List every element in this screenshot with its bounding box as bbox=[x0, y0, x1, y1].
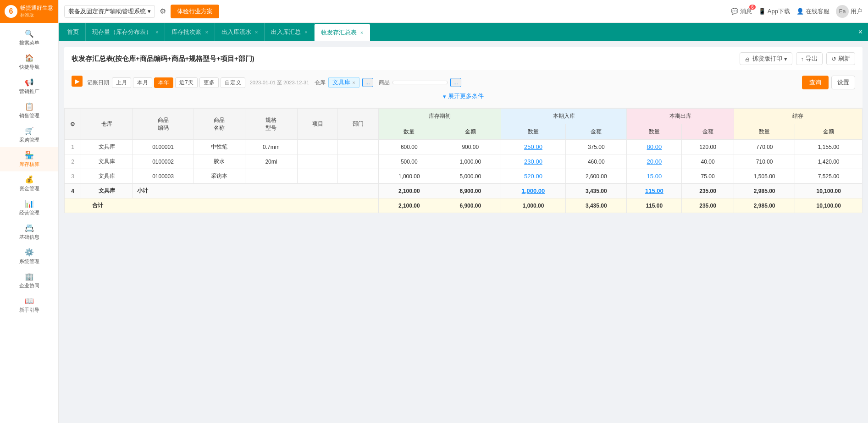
date-btn-this-year[interactable]: 本年 bbox=[154, 77, 173, 88]
sidebar-item-system[interactable]: ⚙️ 系统管理 bbox=[0, 244, 58, 269]
table-row: 2 文具库 0100002 胶水 20ml 500.00 1,000.00 23… bbox=[65, 154, 862, 169]
query-button[interactable]: 查询 bbox=[802, 76, 829, 89]
row-open-amount: 900.00 bbox=[440, 140, 501, 154]
operations-icon: 📊 bbox=[25, 199, 34, 208]
sidebar-item-sales[interactable]: 📋 销售管理 bbox=[0, 99, 58, 123]
row-out-amount: 120.00 bbox=[682, 140, 734, 154]
row-dept bbox=[338, 169, 379, 184]
tab-inout-summary[interactable]: 出入库汇总 × bbox=[265, 23, 314, 41]
date-btn-last-month[interactable]: 上月 bbox=[112, 77, 131, 88]
date-btn-more[interactable]: 更多 bbox=[199, 77, 219, 88]
filter-bar: ▶ 记账日期 上月 本月 本年 近7天 更多 bbox=[64, 71, 862, 108]
row-out-qty[interactable]: 15.00 bbox=[627, 169, 682, 184]
th-in-qty: 数量 bbox=[501, 124, 565, 140]
page-title: 收发存汇总表(按仓库+商品编码+商品+规格型号+项目+部门) bbox=[72, 55, 254, 63]
tab-inout-summary-close[interactable]: × bbox=[304, 29, 307, 35]
message-badge: 6 bbox=[749, 5, 756, 10]
sidebar-item-quicknav[interactable]: 🏠 快捷导航 bbox=[0, 50, 58, 74]
row-open-qty: 600.00 bbox=[379, 140, 440, 154]
app-download-action[interactable]: 📱 App下载 bbox=[758, 7, 790, 16]
row-goods-spec: 0.7mm bbox=[245, 140, 298, 154]
row-in-qty[interactable]: 250.00 bbox=[501, 140, 565, 154]
tab-home[interactable]: 首页 bbox=[61, 23, 86, 41]
filter-toggle-button[interactable]: ▶ bbox=[72, 76, 83, 87]
system-title: 装备及固定资产辅助管理系统 bbox=[68, 7, 146, 16]
sub-out-qty[interactable]: 115.00 bbox=[627, 184, 682, 198]
th-settings[interactable]: ⚙ bbox=[65, 109, 81, 140]
row-out-qty[interactable]: 20.00 bbox=[627, 154, 682, 169]
trial-button[interactable]: 体验行业方案 bbox=[171, 5, 219, 18]
sidebar-item-enterprise-label: 企业协同 bbox=[19, 282, 39, 289]
sidebar-item-guide[interactable]: 📖 新手引导 bbox=[0, 293, 58, 317]
setting-button[interactable]: 设置 bbox=[831, 76, 855, 89]
goods-input[interactable] bbox=[393, 81, 448, 84]
home-icon: 🏠 bbox=[25, 54, 34, 62]
goods-more-button[interactable]: ... bbox=[450, 78, 461, 87]
expand-more[interactable]: ▾ 展开更多条件 bbox=[443, 92, 484, 100]
sidebar-item-purchase[interactable]: 🛒 采购管理 bbox=[0, 123, 58, 147]
row-in-qty[interactable]: 230.00 bbox=[501, 154, 565, 169]
warehouse-tag-close[interactable]: × bbox=[352, 80, 355, 85]
th-in-group: 本期入库 bbox=[501, 109, 627, 124]
row-end-amount: 1,155.00 bbox=[795, 140, 862, 154]
sidebar-item-enterprise[interactable]: 🏢 企业协同 bbox=[0, 269, 58, 293]
total-label: 合计 bbox=[65, 198, 379, 213]
print-button[interactable]: 🖨 拣货版打印 ▾ bbox=[740, 52, 792, 65]
tab-inout-flow-close[interactable]: × bbox=[255, 29, 258, 35]
tab-batch-close[interactable]: × bbox=[205, 29, 208, 35]
sidebar-item-purchase-label: 采购管理 bbox=[19, 137, 39, 143]
th-project: 项目 bbox=[297, 109, 338, 140]
print-dropdown-icon: ▾ bbox=[784, 55, 787, 62]
sidebar-item-marketing[interactable]: 📢 营销推广 bbox=[0, 74, 58, 99]
online-service-action[interactable]: 👤 在线客服 bbox=[796, 7, 829, 16]
total-out-amount: 235.00 bbox=[682, 198, 734, 213]
date-btn-this-month[interactable]: 本月 bbox=[133, 77, 152, 88]
row-out-qty[interactable]: 80.00 bbox=[627, 140, 682, 154]
refresh-button[interactable]: ↺ 刷新 bbox=[826, 52, 855, 65]
purchase-icon: 🛒 bbox=[25, 126, 34, 135]
tab-inout-flow[interactable]: 出入库流水 × bbox=[215, 23, 265, 41]
tab-inventory-dist-close[interactable]: × bbox=[155, 29, 158, 35]
warehouse-tag: 文具库 × bbox=[328, 77, 359, 88]
tab-home-label: 首页 bbox=[67, 28, 79, 36]
basic-icon: 📇 bbox=[25, 224, 34, 232]
sub-warehouse: 文具库 bbox=[81, 184, 133, 198]
date-btn-7days[interactable]: 近7天 bbox=[175, 77, 198, 88]
tab-recv-send-summary-close[interactable]: × bbox=[360, 30, 363, 35]
sidebar-item-finance[interactable]: 💰 资金管理 bbox=[0, 171, 58, 196]
close-all-tabs[interactable]: × bbox=[855, 28, 866, 36]
row-num: 2 bbox=[65, 154, 81, 169]
row-project bbox=[297, 154, 338, 169]
message-icon: 💬 bbox=[731, 8, 738, 15]
sidebar-item-search[interactable]: 🔍 搜索菜单 bbox=[0, 26, 58, 50]
logo-icon: 6 bbox=[5, 5, 17, 18]
row-in-qty[interactable]: 520.00 bbox=[501, 169, 565, 184]
th-open-amount: 金额 bbox=[440, 124, 501, 140]
sub-in-qty[interactable]: 1,000.00 bbox=[501, 184, 565, 198]
sidebar-item-basic[interactable]: 📇 基础信息 bbox=[0, 220, 58, 244]
tab-recv-send-summary[interactable]: 收发存汇总表 × bbox=[315, 24, 370, 41]
user-menu[interactable]: Ea 用户 bbox=[836, 5, 862, 18]
date-btn-custom[interactable]: 自定义 bbox=[221, 77, 245, 88]
expand-icon: ▾ bbox=[443, 93, 446, 100]
row-end-qty: 1,505.00 bbox=[734, 169, 795, 184]
user-label: 用户 bbox=[851, 7, 862, 16]
service-icon: 👤 bbox=[796, 8, 804, 15]
logo-sub: 标准版 bbox=[20, 12, 53, 18]
settings-icon[interactable]: ⚙ bbox=[160, 7, 166, 16]
data-table: ⚙ 仓库 商品编码 商品名称 规格型号 项目 部门 库存期初 本期入库 本期出库… bbox=[64, 108, 862, 213]
system-select[interactable]: 装备及固定资产辅助管理系统 ▾ bbox=[64, 5, 155, 18]
logo-text: 畅捷通好生意 bbox=[20, 5, 53, 12]
sidebar-item-operations[interactable]: 📊 经营管理 bbox=[0, 196, 58, 220]
th-in-amount: 金额 bbox=[566, 124, 627, 140]
row-project bbox=[297, 140, 338, 154]
tab-batch[interactable]: 库存批次账 × bbox=[165, 23, 215, 41]
export-label: 导出 bbox=[806, 55, 818, 63]
export-button[interactable]: ↑ 导出 bbox=[796, 52, 823, 65]
warehouse-more-button[interactable]: ... bbox=[362, 78, 373, 87]
sidebar-item-inventory[interactable]: 🏪 库存核算 bbox=[0, 147, 58, 171]
total-open-amount: 6,900.00 bbox=[440, 198, 501, 213]
tab-inventory-dist[interactable]: 现存量（库存分布表） × bbox=[86, 23, 165, 41]
message-action[interactable]: 💬 消息 6 bbox=[731, 7, 752, 16]
row-goods-code: 0100002 bbox=[133, 154, 194, 169]
